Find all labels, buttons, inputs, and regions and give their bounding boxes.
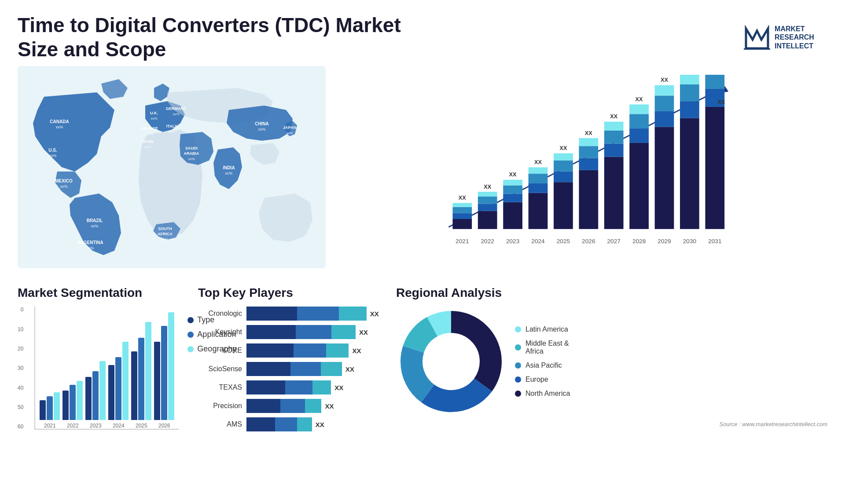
svg-rect-50 [503,194,522,202]
svg-text:xx%: xx% [151,117,157,121]
player-xx-cronologic: XX [370,310,379,318]
svg-text:XX: XX [509,172,517,178]
svg-text:xx%: xx% [188,157,195,161]
svg-text:U.S.: U.S. [48,148,57,153]
svg-text:xx%: xx% [162,237,168,241]
svg-text:2022: 2022 [481,238,494,245]
svg-text:ITALY: ITALY [166,124,177,128]
svg-text:xx%: xx% [86,246,94,250]
svg-text:U.K.: U.K. [150,111,158,115]
reg-dot-middle-east [515,344,521,351]
svg-rect-92 [680,102,699,118]
y-label-40: 40 [18,385,23,391]
svg-rect-46 [478,192,497,197]
regional-legend: Latin America Middle East &Africa Asia P… [515,325,570,398]
svg-text:2021: 2021 [456,238,469,245]
legend-dot-geography [187,346,194,352]
svg-rect-81 [629,114,649,129]
svg-text:2023: 2023 [506,238,519,245]
svg-text:XX: XX [661,77,669,84]
reg-label-europe: Europe [525,376,548,383]
svg-rect-86 [655,111,674,127]
svg-rect-82 [629,105,649,114]
svg-text:XX: XX [459,195,467,201]
y-label-50: 50 [18,404,23,410]
svg-rect-51 [503,186,522,194]
svg-rect-52 [503,180,522,186]
logo-icon [744,24,770,51]
svg-text:GERMANY: GERMANY [166,106,186,111]
svg-rect-45 [478,197,497,204]
regional-section: Regional Analysis [396,286,827,488]
reg-legend-latin-america: Latin America [515,325,570,333]
svg-rect-49 [503,202,522,229]
player-name-sciosense: ScioSense [198,365,242,373]
svg-text:xx%: xx% [144,145,151,149]
legend-dot-application [187,332,194,338]
svg-rect-62 [554,172,573,183]
y-label-30: 30 [18,365,23,371]
svg-rect-40 [452,203,472,207]
player-xx-texas: XX [334,384,343,391]
bottom-section: Market Segmentation 60 50 40 30 20 10 0 [0,277,845,493]
reg-label-middle-east: Middle East &Africa [525,340,569,355]
svg-rect-76 [604,122,624,131]
svg-rect-68 [579,158,598,170]
logo-text: MARKET RESEARCH INTELLECT [775,25,814,50]
svg-rect-97 [705,107,724,229]
svg-rect-88 [655,85,674,96]
y-label-20: 20 [18,346,23,352]
reg-dot-europe [515,376,521,383]
year-group-2023: 2023 [85,361,106,429]
growth-chart-svg: 2021 XX 2022 XX 2023 XX 2024 XX [343,75,819,255]
svg-rect-64 [554,153,573,161]
y-label-60: 60 [18,424,23,430]
svg-text:xx%: xx% [168,130,175,134]
year-group-2026: 2026 [154,312,174,429]
reg-legend-europe: Europe [515,376,570,383]
svg-text:2026: 2026 [582,238,595,245]
svg-text:XX: XX [534,159,542,166]
player-row-precision: Precision XX [198,399,383,413]
svg-text:xx%: xx% [91,224,98,228]
svg-text:CANADA: CANADA [50,119,69,124]
svg-text:SOUTH: SOUTH [158,226,172,231]
svg-text:ARABIA: ARABIA [184,151,199,156]
logo-area: MARKET RESEARCH INTELLECT [731,13,827,62]
svg-rect-39 [452,207,472,213]
svg-text:xx%: xx% [173,112,179,116]
reg-dot-north-america [515,391,521,397]
world-map-svg: CANADA xx% U.S. xx% MEXICO xx% BRAZIL xx… [18,66,326,268]
y-label-10: 10 [18,326,23,332]
svg-rect-94 [680,75,699,84]
svg-text:xx%: xx% [286,131,293,135]
reg-dot-asia-pacific [515,362,521,369]
svg-text:xx%: xx% [225,171,232,175]
logo-box: MARKET RESEARCH INTELLECT [735,13,823,62]
svg-text:2028: 2028 [632,238,646,245]
svg-rect-38 [452,213,472,219]
reg-legend-middle-east: Middle East &Africa [515,340,570,355]
seg-chart-area: 60 50 40 30 20 10 0 2021 [18,307,185,430]
svg-marker-0 [746,29,768,48]
player-name-keysight: Keysight [198,328,242,336]
svg-text:xx%: xx% [49,153,56,158]
svg-text:XX: XX [484,183,492,190]
svg-rect-74 [604,144,624,157]
svg-text:MEXICO: MEXICO [55,179,73,183]
segmentation-section: Market Segmentation 60 50 40 30 20 10 0 [18,286,185,488]
svg-rect-63 [554,161,573,172]
segmentation-title: Market Segmentation [18,286,185,300]
player-bar-cronologic: XX [246,307,383,321]
player-bar-ams: XX [246,417,383,431]
svg-rect-67 [579,170,598,229]
player-xx-ams: XX [316,421,324,428]
page-title: Time to Digital Converters (TDC) Market … [18,13,414,62]
grouped-bar-chart: 2021 2022 [34,307,179,430]
svg-text:SAUDI: SAUDI [185,146,198,150]
svg-rect-73 [604,157,624,229]
svg-text:JAPAN: JAPAN [283,125,296,130]
year-group-2021: 2021 [40,392,60,429]
svg-rect-79 [629,143,649,229]
source-text: Source : www.marketresearchintellect.com [396,421,827,427]
